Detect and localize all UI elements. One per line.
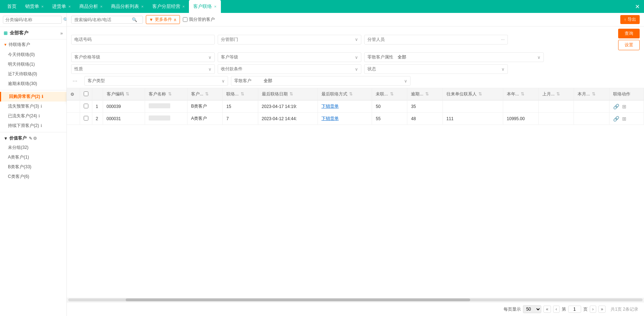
sort-method-icon[interactable]: ⇅ [349,91,353,96]
edit-icon[interactable]: ✎ [29,136,32,141]
col-this-year[interactable]: 本年... ⇅ [503,88,538,100]
nav-customer-segmentation-close[interactable]: × [182,4,185,9]
close-all-tabs-button[interactable]: ✕ [635,3,640,10]
col-name[interactable]: 客户名称 ⇅ [145,88,187,100]
nav-product-analysis-list-close[interactable]: × [141,4,143,9]
sort-year-icon[interactable]: ⇅ [521,91,524,96]
filter-customer-level[interactable]: 客户等级 ∨ [218,52,361,62]
action-grid-icon-0[interactable]: ⊞ [622,104,626,109]
collapse-sidebar-button[interactable]: » [60,30,63,36]
sort-this-month-icon[interactable]: ⇅ [592,91,596,96]
horizontal-scrollbar[interactable] [67,298,644,302]
filter-phone-input[interactable] [101,37,212,42]
filter-price-level[interactable]: 客户价格等级 ∨ [71,52,215,62]
nav-sales[interactable]: 销货单 × [21,0,48,13]
sidebar-item-tomorrow[interactable]: 明天待联络(1) [0,60,66,69]
scroll-thumb[interactable] [126,298,470,301]
col-type[interactable]: 客户... ⇅ [187,88,223,100]
col-contact[interactable]: 联络... ⇅ [223,88,258,100]
sidebar-item-overdue[interactable]: 逾期未联络(30) [0,79,66,89]
filter-payment[interactable]: 收付款条件 ∨ [218,64,361,74]
sidebar-item-class-a[interactable]: A类客户(1) [0,152,66,162]
filter-retail-customer[interactable]: 零散客户 全部 ∨ [231,76,411,86]
action-link-icon-1[interactable]: 🔗 [613,116,619,122]
more-filters-button[interactable]: ▼ 更多条件 ∧ [146,15,180,24]
filter-nature[interactable]: 性质 ∨ [71,64,215,74]
col-last-month[interactable]: 上月... ⇅ [539,88,574,100]
sort-unit-icon[interactable]: ⇅ [478,91,482,96]
value-customers-group[interactable]: ▼ 价值客户 ✎ ⚙ [0,134,66,143]
nav-purchase-close[interactable]: × [68,4,70,9]
col-unit-contact[interactable]: 往来单位联系人 ⇅ [443,88,503,100]
filter-manager[interactable]: 分管人员 ··· [364,35,508,44]
filter-retail-property[interactable]: 零散客户属性 全部 ∨ [364,52,544,62]
row-select-1[interactable] [84,116,88,121]
sidebar-item-churn-warning[interactable]: 流失预警客户(3) ℹ [0,102,66,111]
nav-home[interactable]: 首页 [3,0,21,13]
nav-customer-contact-close[interactable]: × [214,4,216,9]
next-page-button[interactable]: › [590,306,596,313]
row-type-1: A类客户 [187,113,223,125]
sort-type-icon[interactable]: ⇅ [205,91,209,96]
setting-button[interactable]: 设置 [618,40,640,50]
nav-sales-close[interactable]: × [41,4,43,9]
sort-contact-icon[interactable]: ⇅ [241,91,244,96]
col-overdue[interactable]: 逾期... ⇅ [407,88,443,100]
last-page-button[interactable]: » [598,306,606,313]
col-uncontacted[interactable]: 未联... ⇅ [372,88,407,100]
col-this-month[interactable]: 本月... ⇅ [574,88,609,100]
col-num [92,88,103,100]
filter-status[interactable]: 状态 ∨ [364,64,508,74]
sort-code-icon[interactable]: ⇅ [126,91,129,96]
col-action: 联络动作 [609,88,644,100]
sort-name-icon[interactable]: ⇅ [168,91,172,96]
col-code[interactable]: 客户编码 ⇅ [103,88,145,100]
sidebar-item-abnormal-repurchase[interactable]: 回购异常客户(2) ℹ [0,92,66,102]
action-link-icon-0[interactable]: 🔗 [613,104,619,109]
page-number-input[interactable] [568,306,581,313]
sidebar-search-input[interactable] [3,16,62,24]
nav-customer-segmentation[interactable]: 客户分层经营 × [148,0,189,13]
filter-department[interactable]: 分管部门 ∨ [218,35,361,44]
nav-purchase[interactable]: 进货单 × [48,0,75,13]
retail-customer-dropdown-arrow: ∨ [404,79,407,84]
nav-product-analysis[interactable]: 商品分析 × [75,0,107,13]
row-select-0[interactable] [84,104,88,108]
filter-customer-type[interactable]: 客户类型 ∨ [84,76,228,86]
first-page-button[interactable]: « [543,306,551,313]
col-last-contact-date[interactable]: 最后联络日期 ⇅ [258,88,318,100]
sidebar-item-unclassified[interactable]: 未分组(32) [0,143,66,152]
my-customers-checkbox[interactable] [183,17,187,22]
row-overdue-0: 35 [407,100,443,113]
sort-last-month-icon[interactable]: ⇅ [556,91,560,96]
sidebar-item-class-c[interactable]: C类客户(6) [0,172,66,181]
main-search-input[interactable] [74,17,132,22]
sidebar-item-class-b[interactable]: B类客户(33) [0,162,66,172]
nav-product-analysis-close[interactable]: × [100,4,102,9]
sort-overdue-icon[interactable]: ⇅ [425,91,429,96]
main-search-icon[interactable]: 🔍 [132,17,137,22]
sort-date-icon[interactable]: ⇅ [289,91,293,96]
nav-product-analysis-list[interactable]: 商品分析列表 × [107,0,148,13]
nav-customer-contact[interactable]: 客户联络 × [189,0,221,13]
sort-uncontacted-icon[interactable]: ⇅ [390,91,394,96]
sidebar-item-today[interactable]: 今天待联络(0) [0,50,66,60]
col-settings[interactable]: ⚙ [67,88,80,100]
export-button[interactable]: ↑ 导出 [620,15,640,24]
sidebar-item-churned[interactable]: 已流失客户(24) ℹ [0,111,66,121]
pending-contact-group[interactable]: ▼ 待联络客户 [0,39,66,50]
last-method-link-1[interactable]: 下销货单 [321,116,339,121]
col-last-contact-method[interactable]: 最后联络方式 ⇅ [318,88,372,100]
info-icon-4: ℹ [41,123,42,128]
select-all-checkbox[interactable] [84,91,88,96]
sidebar-search-icon[interactable]: 🔍 [63,17,67,22]
settings-icon-value[interactable]: ⚙ [33,136,37,141]
query-button[interactable]: 查询 [618,29,640,38]
more-options-button[interactable]: ··· [71,78,79,84]
page-size-select[interactable]: 50 100 200 [523,305,541,313]
action-grid-icon-1[interactable]: ⊞ [622,116,626,122]
prev-page-button[interactable]: ‹ [553,306,560,313]
last-method-link-0[interactable]: 下销货单 [321,104,339,109]
sidebar-item-7days[interactable]: 近7天待联络(0) [0,69,66,79]
sidebar-item-declining[interactable]: 持续下滑客户(2) ℹ [0,121,66,131]
